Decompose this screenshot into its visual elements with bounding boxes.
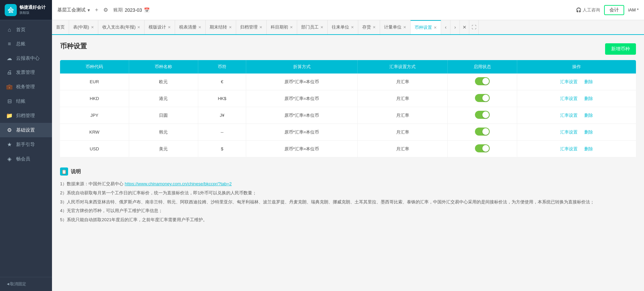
delete-link-3[interactable]: 删除 — [584, 130, 593, 135]
add-workspace-icon[interactable]: ＋ — [94, 6, 99, 13]
workspace-settings-icon[interactable]: ⚙ — [103, 7, 108, 13]
home-icon: ⌂ — [6, 27, 13, 33]
sidebar-nav: ⌂ 首页 ≡ 总账 ☁ 云报表中心 🖨 发票管理 💼 税务管理 ⊟ 结账 📁 归… — [0, 20, 52, 277]
tab-inventory-close[interactable]: ✕ — [373, 25, 376, 30]
cell-action-2: 汇率设置 删除 — [517, 107, 636, 124]
cell-rate-type-0: 月汇率 — [357, 74, 447, 90]
rate-setting-link-4[interactable]: 汇率设置 — [560, 146, 578, 151]
toggle-enabled-2[interactable] — [475, 111, 490, 119]
sidebar-item-checkout[interactable]: ⊟ 结账 — [0, 94, 52, 108]
toggle-enabled-4[interactable] — [475, 144, 490, 152]
notes-link-0[interactable]: https://www.chinamoney.com.cn/chinese/bk… — [125, 181, 232, 186]
tab-close-all-btn[interactable]: ✕ — [460, 20, 469, 34]
tab-tax-close[interactable]: ✕ — [198, 25, 201, 30]
col-status: 启用状态 — [448, 60, 517, 74]
cell-action-0: 汇率设置 删除 — [517, 74, 636, 90]
tab-expand-btn[interactable]: ⛶ — [469, 20, 479, 34]
col-action: 操作 — [517, 60, 636, 74]
help-button[interactable]: 🎧 人工咨询 — [576, 7, 600, 13]
tab-customer[interactable]: 往来单位 ✕ — [328, 20, 358, 34]
toggle-enabled-1[interactable] — [475, 94, 490, 102]
delete-link-2[interactable]: 删除 — [584, 113, 593, 118]
sidebar-item-guide[interactable]: ★ 新手引导 — [0, 137, 52, 152]
sidebar-item-reports-label: 云报表中心 — [16, 55, 40, 61]
col-code: 币种代码 — [60, 60, 129, 74]
cell-code-4: USD — [60, 141, 129, 157]
sidebar-item-reports[interactable]: ☁ 云报表中心 — [0, 51, 52, 65]
notes-item: 3）人民币对马来西亚林吉特、俄罗斯卢布、南非兰特、韩元、阿联酋迪拉姆、沙特里亚尔… — [60, 198, 636, 207]
rate-setting-link-1[interactable]: 汇率设置 — [560, 96, 578, 101]
tab-mid-close[interactable]: ✕ — [91, 25, 94, 30]
sidebar-item-home[interactable]: ⌂ 首页 — [0, 23, 52, 37]
tab-dept[interactable]: 部门员工 ✕ — [297, 20, 328, 34]
rate-setting-link-2[interactable]: 汇率设置 — [560, 113, 578, 118]
tab-next-btn[interactable]: › — [450, 20, 460, 34]
tab-archive[interactable]: 归档管理 ✕ — [236, 20, 267, 34]
table-row: JPY 日圆 J¥ 原币*汇率=本位币 月汇率 汇率设置 删除 — [60, 107, 636, 124]
tab-template[interactable]: 模版设计 ✕ — [145, 20, 175, 34]
tab-income[interactable]: 收入支出表(年报) ✕ — [98, 20, 145, 34]
sidebar-item-member[interactable]: ◈ 畅会员 — [0, 152, 52, 166]
sidebar-item-home-label: 首页 — [16, 27, 25, 33]
tab-dept-close[interactable]: ✕ — [320, 25, 323, 30]
tab-income-close[interactable]: ✕ — [137, 25, 140, 30]
help-label: 人工咨询 — [583, 7, 600, 13]
notes-section: 📋 说明 1）数据来源：中国外汇交易中心 https://www.chinamo… — [60, 167, 636, 225]
tab-home[interactable]: 首页 — [52, 20, 69, 34]
cell-rate-type-2: 月汇率 — [357, 107, 447, 124]
tab-currency[interactable]: 币种设置 ✕ — [411, 20, 441, 34]
rate-setting-link-3[interactable]: 汇率设置 — [560, 130, 578, 135]
rate-setting-link-0[interactable]: 汇率设置 — [560, 79, 578, 84]
sidebar-item-settings[interactable]: ⚙ 基础设置 — [0, 123, 52, 137]
tab-unit-label: 计量单位 — [384, 24, 401, 30]
sidebar-item-archive-label: 归档管理 — [16, 113, 35, 119]
sidebar-item-guide-label: 新手引导 — [16, 142, 35, 148]
cell-name-1: 港元 — [129, 90, 198, 107]
checkout-icon: ⊟ — [6, 98, 13, 104]
tab-income-label: 收入支出表(年报) — [102, 24, 136, 30]
tab-tax[interactable]: 税表清册 ✕ — [175, 20, 206, 34]
period-value: 2023-03 — [125, 7, 142, 13]
delete-link-1[interactable]: 删除 — [584, 96, 593, 101]
col-symbol: 币符 — [198, 60, 246, 74]
sidebar-item-tax[interactable]: 💼 税务管理 — [0, 80, 52, 94]
tab-period-end-close[interactable]: ✕ — [229, 25, 232, 30]
calendar-icon[interactable]: 📅 — [144, 7, 150, 13]
tab-subject[interactable]: 科目期初 ✕ — [267, 20, 297, 34]
cell-symbol-0: € — [198, 74, 246, 90]
cell-symbol-4: $ — [198, 141, 246, 157]
notes-title: 📋 说明 — [60, 167, 636, 176]
delete-link-4[interactable]: 删除 — [584, 146, 593, 151]
delete-link-0[interactable]: 删除 — [584, 79, 593, 84]
new-currency-button[interactable]: 新增币种 — [605, 43, 636, 55]
sidebar-pin-toggle[interactable]: ◄取消固定 — [0, 277, 52, 291]
notes-item: 2）系统自动获取每月第一个工作日的汇率标价，统一为直接标价法，即1外币可以兑换的… — [60, 189, 636, 198]
tab-template-close[interactable]: ✕ — [168, 25, 171, 30]
tab-inventory[interactable]: 存货 ✕ — [358, 20, 380, 34]
cell-name-3: 韩元 — [129, 124, 198, 141]
tab-mid[interactable]: 表(中期) ✕ — [69, 20, 98, 34]
notes-text-0: 1）数据来源：中国外汇交易中心 — [60, 181, 125, 186]
topbar-right: 🎧 人工咨询 会计 iAM * — [576, 5, 639, 15]
tab-currency-label: 币种设置 — [415, 25, 432, 31]
tab-currency-close[interactable]: ✕ — [434, 26, 437, 30]
tab-period-end[interactable]: 期末结转 ✕ — [206, 20, 236, 34]
tab-archive-close[interactable]: ✕ — [259, 25, 262, 30]
currency-table-wrapper: 币种代码 币种名称 币符 折算方式 汇率设置方式 启用状态 操作 EUR 欧元 … — [60, 60, 636, 157]
cell-action-1: 汇率设置 删除 — [517, 90, 636, 107]
sidebar-item-ledger[interactable]: ≡ 总账 — [0, 37, 52, 51]
workspace-dropdown-icon[interactable]: ▾ — [88, 7, 90, 13]
tab-tax-label: 税表清册 — [179, 24, 197, 30]
sidebar-item-invoice[interactable]: 🖨 发票管理 — [0, 65, 52, 80]
toggle-enabled-0[interactable] — [475, 77, 490, 85]
tab-customer-close[interactable]: ✕ — [351, 25, 354, 30]
user-role-button[interactable]: 会计 — [604, 5, 624, 15]
tab-subject-close[interactable]: ✕ — [290, 25, 293, 30]
tab-unit[interactable]: 计量单位 ✕ — [380, 20, 411, 34]
sidebar-item-archive[interactable]: 📁 归档管理 — [0, 108, 52, 123]
toggle-enabled-3[interactable] — [475, 128, 490, 136]
tab-unit-close[interactable]: ✕ — [403, 25, 406, 30]
tab-mid-label: 表(中期) — [73, 24, 89, 30]
cell-action-3: 汇率设置 删除 — [517, 124, 636, 141]
tab-prev-btn[interactable]: ‹ — [441, 20, 450, 34]
